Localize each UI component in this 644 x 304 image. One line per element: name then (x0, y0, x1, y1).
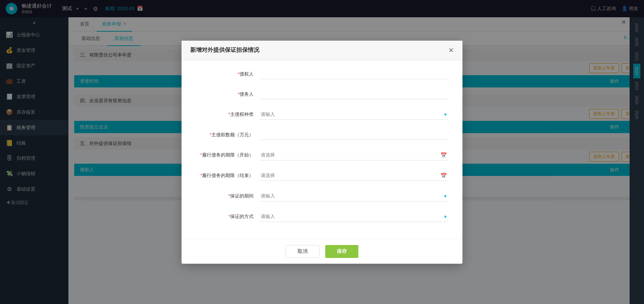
modal-overlay: 新增对外提供保证担保情况 ✕ *债权人 *债务人 * (0, 0, 644, 304)
chevron-down-icon-3: ▾ (444, 214, 447, 219)
chevron-down-icon-2: ▾ (444, 193, 447, 199)
form-row-guarantee-method: *保证的方式 ▾ (196, 212, 448, 222)
date-end-input[interactable] (261, 173, 440, 178)
label-date-start: *履行债务的期限（开始） (196, 152, 254, 158)
select-guarantee-period[interactable]: ▾ (259, 191, 448, 201)
calendar-start-icon[interactable]: 📅 (440, 152, 447, 158)
modal-dialog: 新增对外提供保证担保情况 ✕ *债权人 *债务人 * (182, 41, 462, 264)
chevron-down-icon: ▾ (444, 112, 447, 117)
label-claim-amount: *主债权数额（万元） (196, 132, 254, 138)
form-row-guarantee-period: *保证的期间 ▾ (196, 191, 448, 201)
input-creditor[interactable] (259, 69, 448, 79)
select-guarantee-period-input[interactable] (261, 193, 444, 199)
label-guarantee-method: *保证的方式 (196, 213, 254, 220)
label-guarantee-period: *保证的期间 (196, 193, 254, 199)
modal-close-button[interactable]: ✕ (448, 46, 454, 54)
input-claim-amount[interactable] (259, 130, 448, 140)
input-debtor[interactable] (259, 89, 448, 99)
calendar-end-icon[interactable]: 📅 (440, 173, 447, 178)
modal-header: 新增对外提供保证担保情况 ✕ (182, 41, 462, 60)
select-claim-type-input[interactable] (261, 112, 444, 117)
save-button[interactable]: 保存 (325, 245, 358, 258)
modal-title: 新增对外提供保证担保情况 (190, 46, 259, 54)
form-row-date-start: *履行债务的期限（开始） 📅 (196, 150, 448, 160)
form-row-date-end: *履行债务的期限（结束） 📅 (196, 171, 448, 181)
date-start-input[interactable] (261, 152, 440, 158)
date-picker-start[interactable]: 📅 (259, 150, 448, 160)
form-row-creditor: *债权人 (196, 69, 448, 79)
cancel-button[interactable]: 取消 (286, 245, 319, 258)
label-debtor: *债务人 (196, 91, 254, 97)
date-picker-end[interactable]: 📅 (259, 171, 448, 181)
label-claim-type: *主债权种类 (196, 111, 254, 118)
modal-body: *债权人 *债务人 *主债权种类 ▾ (182, 60, 462, 239)
modal-footer: 取消 保存 (182, 239, 462, 264)
form-row-claim-type: *主债权种类 ▾ (196, 109, 448, 120)
form-row-debtor: *债务人 (196, 89, 448, 99)
form-row-claim-amount: *主债权数额（万元） (196, 130, 448, 140)
select-guarantee-method-input[interactable] (261, 214, 444, 219)
label-date-end: *履行债务的期限（结束） (196, 172, 254, 179)
select-guarantee-method[interactable]: ▾ (259, 212, 448, 222)
select-claim-type[interactable]: ▾ (259, 109, 448, 120)
label-creditor: *债权人 (196, 71, 254, 77)
